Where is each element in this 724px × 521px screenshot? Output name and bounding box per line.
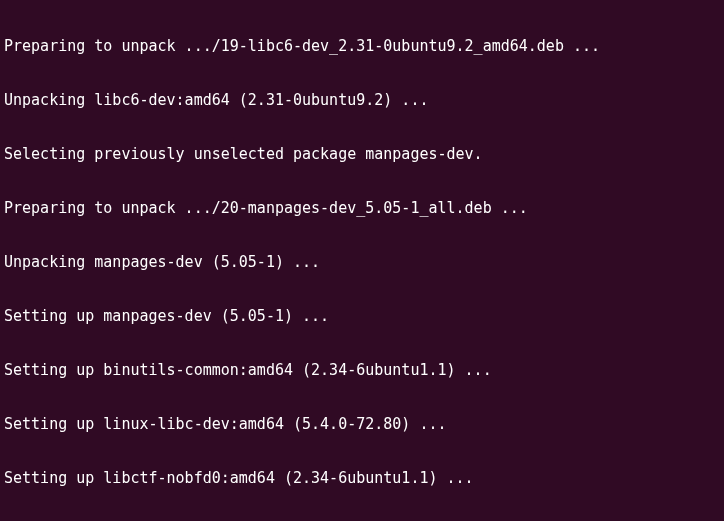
output-line: Selecting previously unselected package … [4, 145, 720, 163]
output-line: Setting up binutils-common:amd64 (2.34-6… [4, 361, 720, 379]
terminal-output[interactable]: Preparing to unpack .../19-libc6-dev_2.3… [0, 0, 724, 521]
output-line: Preparing to unpack .../19-libc6-dev_2.3… [4, 37, 720, 55]
output-line: Setting up libctf-nobfd0:amd64 (2.34-6ub… [4, 469, 720, 487]
output-line: Setting up manpages-dev (5.05-1) ... [4, 307, 720, 325]
output-line: Unpacking libc6-dev:amd64 (2.31-0ubuntu9… [4, 91, 720, 109]
output-line: Setting up linux-libc-dev:amd64 (5.4.0-7… [4, 415, 720, 433]
output-line: Unpacking manpages-dev (5.05-1) ... [4, 253, 720, 271]
output-line: Preparing to unpack .../20-manpages-dev_… [4, 199, 720, 217]
